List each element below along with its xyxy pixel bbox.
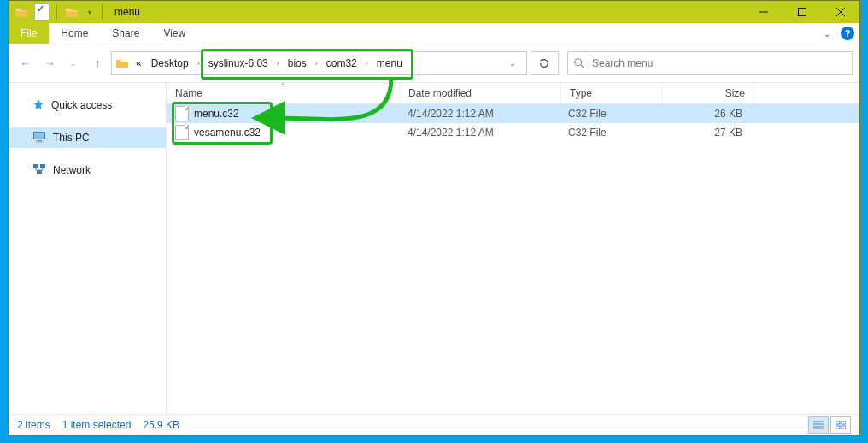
recent-locations-dropdown[interactable]: ⌄ xyxy=(63,53,84,74)
qat-folder-icon[interactable] xyxy=(12,3,31,21)
breadcrumb-com32[interactable]: com32› xyxy=(321,52,372,74)
help-icon[interactable]: ? xyxy=(841,27,854,40)
sidebar-network[interactable]: Network xyxy=(9,160,166,180)
svg-rect-8 xyxy=(37,170,42,174)
ribbon-tab-strip: File Home Share View ⌄ ? xyxy=(9,23,859,44)
svg-rect-3 xyxy=(34,133,44,139)
chevron-right-icon[interactable]: › xyxy=(273,59,283,68)
address-bar-history-dropdown[interactable]: ⌄ xyxy=(501,59,525,68)
file-date: 4/14/2022 1:12 AM xyxy=(399,108,560,120)
svg-rect-0 xyxy=(798,9,806,16)
svg-rect-7 xyxy=(40,164,45,168)
file-size: 26 KB xyxy=(660,108,751,120)
navigation-pane: Quick access This PC Network xyxy=(9,83,167,414)
file-name: vesamenu.c32 xyxy=(194,127,261,139)
view-large-icons-button[interactable] xyxy=(830,416,851,434)
file-size: 27 KB xyxy=(660,127,751,139)
qat-title-separator xyxy=(102,4,103,20)
breadcrumb-syslinux[interactable]: syslinux-6.03› xyxy=(203,52,283,74)
file-date: 4/14/2022 1:12 AM xyxy=(399,127,560,139)
breadcrumb-overflow[interactable]: « xyxy=(131,52,146,74)
explorer-window: ▾ menu File Home Share View ⌄ ? ← → ⌄ ↑ xyxy=(8,0,860,436)
sidebar-this-pc[interactable]: This PC xyxy=(9,127,166,148)
file-row[interactable]: menu.c324/14/2022 1:12 AMC32 File26 KB xyxy=(167,104,859,123)
svg-rect-5 xyxy=(36,141,44,142)
breadcrumb-desktop[interactable]: Desktop› xyxy=(146,52,203,74)
chevron-right-icon[interactable]: › xyxy=(362,59,372,68)
sidebar-item-label: Quick access xyxy=(51,99,112,111)
minimize-button[interactable] xyxy=(744,1,783,23)
file-type: C32 File xyxy=(560,127,660,139)
status-selection-count: 1 item selected xyxy=(62,419,132,431)
svg-rect-6 xyxy=(33,164,38,168)
svg-rect-4 xyxy=(37,140,42,142)
qat-current-folder-icon xyxy=(62,3,81,21)
back-button[interactable]: ← xyxy=(15,53,36,74)
view-details-button[interactable] xyxy=(808,416,829,434)
column-header-type[interactable]: Type xyxy=(561,83,663,103)
file-list-pane: ⌃ Name Date modified Type Size menu.c324… xyxy=(167,83,859,414)
sort-indicator-icon: ⌃ xyxy=(280,82,286,90)
column-headers: ⌃ Name Date modified Type Size xyxy=(167,83,859,104)
star-icon xyxy=(32,98,44,113)
quick-access-toolbar: ▾ xyxy=(9,3,109,21)
file-icon xyxy=(175,106,189,121)
svg-rect-11 xyxy=(836,426,840,429)
file-name: menu.c32 xyxy=(194,108,239,120)
qat-separator xyxy=(56,4,57,20)
address-bar-folder-icon xyxy=(114,57,131,69)
tab-share[interactable]: Share xyxy=(100,23,151,44)
network-icon xyxy=(32,163,46,178)
address-bar[interactable]: « Desktop› syslinux-6.03› bios› com32› m… xyxy=(111,51,527,75)
svg-rect-9 xyxy=(836,421,840,424)
svg-point-1 xyxy=(575,59,582,66)
qat-customize-dropdown[interactable]: ▾ xyxy=(83,9,97,16)
qat-properties-icon[interactable] xyxy=(32,3,51,21)
search-box[interactable] xyxy=(567,51,853,75)
forward-button[interactable]: → xyxy=(39,53,60,74)
svg-rect-10 xyxy=(842,421,846,424)
file-rows: menu.c324/14/2022 1:12 AMC32 File26 KBve… xyxy=(167,104,859,414)
file-type: C32 File xyxy=(560,108,660,120)
column-header-name[interactable]: ⌃ Name xyxy=(167,83,400,103)
svg-rect-12 xyxy=(842,426,846,429)
ribbon-expand-button[interactable]: ⌄ xyxy=(818,27,836,40)
sidebar-item-label: Network xyxy=(53,164,91,176)
file-icon xyxy=(175,125,189,140)
column-header-date[interactable]: Date modified xyxy=(400,83,561,103)
chevron-right-icon[interactable]: › xyxy=(194,59,203,68)
window-title: menu xyxy=(114,6,140,18)
explorer-body: Quick access This PC Network ⌃ xyxy=(9,83,859,414)
sidebar-item-label: This PC xyxy=(53,132,90,144)
window-controls xyxy=(744,1,859,23)
column-header-size[interactable]: Size xyxy=(663,83,754,103)
maximize-button[interactable] xyxy=(783,1,821,23)
navigation-bar: ← → ⌄ ↑ « Desktop› syslinux-6.03› bios› … xyxy=(9,44,859,83)
title-bar: ▾ menu xyxy=(9,1,859,23)
up-button[interactable]: ↑ xyxy=(87,53,108,74)
chevron-right-icon[interactable]: › xyxy=(312,59,321,68)
tab-view[interactable]: View xyxy=(151,23,197,44)
tab-home[interactable]: Home xyxy=(49,23,100,44)
tab-file[interactable]: File xyxy=(9,23,49,44)
monitor-icon xyxy=(32,131,46,145)
close-button[interactable] xyxy=(821,1,859,23)
status-selection-size: 25.9 KB xyxy=(143,419,179,431)
breadcrumb-menu[interactable]: menu xyxy=(372,52,408,74)
status-item-count: 2 items xyxy=(17,419,50,431)
status-bar: 2 items 1 item selected 25.9 KB xyxy=(9,414,859,435)
breadcrumb-bios[interactable]: bios› xyxy=(283,52,321,74)
file-row[interactable]: vesamenu.c324/14/2022 1:12 AMC32 File27 … xyxy=(167,123,859,142)
sidebar-quick-access[interactable]: Quick access xyxy=(9,95,166,115)
search-input[interactable] xyxy=(590,56,847,70)
refresh-button[interactable] xyxy=(531,51,559,75)
